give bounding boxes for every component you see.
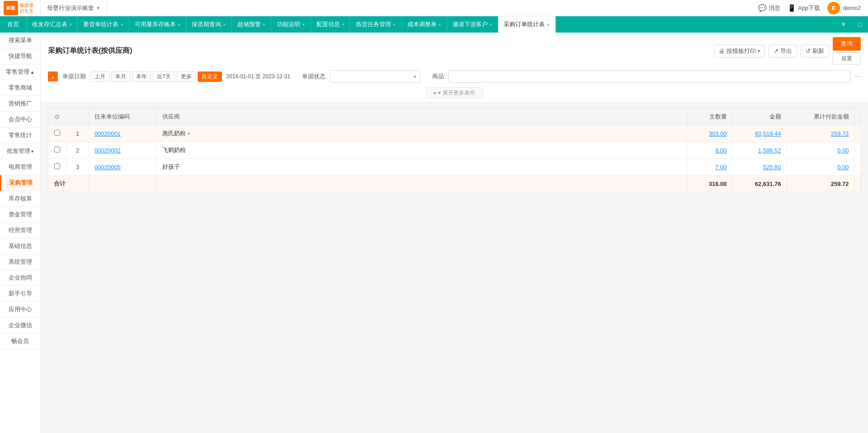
col-header-unit-code: 往来单位编码 <box>89 109 157 125</box>
tab-gongnengshuo[interactable]: 功能说明 × <box>271 16 311 33</box>
cell-unit-code-1[interactable]: 00020001 <box>89 125 157 143</box>
tab-chaochuyujing[interactable]: 超储预警 × <box>232 16 271 33</box>
cell-unit-code-3[interactable]: 00020005 <box>89 159 157 176</box>
expand-icon: ▾ <box>434 90 436 96</box>
sidebar-item-appcenter[interactable]: 应用中心 <box>0 302 40 318</box>
product-input[interactable] <box>448 70 850 83</box>
workspace-selector[interactable]: 母婴行业演示账套 ▾ <box>41 0 107 16</box>
sidebar-item-search[interactable]: 搜索菜单 <box>0 33 40 48</box>
sidebar-item-ecommerce[interactable]: 电商管理 <box>0 159 40 175</box>
settings-btn[interactable]: 设置 <box>833 52 861 65</box>
query-btn[interactable]: 查询 <box>833 37 861 51</box>
sidebar-item-member[interactable]: 会员中心 <box>0 112 40 128</box>
tab-close-baozhi[interactable]: × <box>223 22 226 27</box>
tab-keyongliangkucun[interactable]: 可用量库存账本 × <box>129 16 186 33</box>
sidebar-item-wechat[interactable]: 企业微信 <box>0 318 40 333</box>
date-btn-last-month[interactable]: 上月 <box>90 71 109 82</box>
footer-label: 合计 <box>48 176 89 192</box>
cell-qty-2[interactable]: 6.00 <box>687 142 732 159</box>
sidebar-item-newguide[interactable]: 新手引导 <box>0 286 40 302</box>
cell-amount-1[interactable]: 60,519.44 <box>732 125 787 143</box>
cell-checkbox-3[interactable] <box>48 159 66 176</box>
status-select[interactable]: ▾ <box>330 70 420 83</box>
table-row: 1 00020001 惠氏奶粉 ▾ 303.00 60,519.44 259.7… <box>48 125 861 143</box>
tab-yaohuodanjishu[interactable]: 要货单统计表 × <box>78 16 129 33</box>
date-btn-this-year[interactable]: 本年 <box>132 71 151 82</box>
footer-extra <box>854 176 860 192</box>
tab-close-shoufahuizong[interactable]: × <box>69 22 72 27</box>
date-btn-more[interactable]: 更多 <box>177 71 196 82</box>
tab-caigoudan[interactable]: 采购订单统计表 × <box>498 16 555 33</box>
tab-close-tuohuo[interactable]: × <box>393 22 396 27</box>
tab-chengben[interactable]: 成本调整单 × <box>402 16 447 33</box>
cell-paid-2[interactable]: 0.00 <box>787 142 854 159</box>
supplier-dropdown-icon-1[interactable]: ▾ <box>188 131 190 137</box>
tab-window-expand-btn[interactable]: □ <box>852 16 868 33</box>
app-download-btn[interactable]: 📱 App下载 <box>788 4 820 12</box>
cell-unit-code-2[interactable]: 00020002 <box>89 142 157 159</box>
tab-tuohuo[interactable]: 拣货任务管理 × <box>350 16 401 33</box>
tab-baozhi[interactable]: 保质期查询 × <box>186 16 231 33</box>
cell-checkbox-1[interactable] <box>48 125 66 143</box>
sidebar-item-basic[interactable]: 基础信息 <box>0 238 40 254</box>
logo-icon: 标版 <box>4 1 18 15</box>
product-more-icon[interactable]: ··· <box>855 72 861 81</box>
tab-close-yaoqing[interactable]: × <box>490 22 492 27</box>
cell-extra-3 <box>854 159 860 176</box>
sidebar-item-purchase[interactable]: 采购管理 <box>0 175 40 191</box>
sidebar-item-wholesale[interactable]: 批发管理 ▾ <box>0 143 40 159</box>
message-btn[interactable]: 💬 消息 <box>758 4 780 12</box>
col-header-amount: 金额 <box>732 109 787 125</box>
user-area[interactable]: E demo2 <box>827 2 861 14</box>
sidebar-item-finance[interactable]: 资金管理 <box>0 207 40 223</box>
table-row: 2 00020002 飞鹤奶粉 6.00 1,586.52 0.00 <box>48 142 861 159</box>
date-btn-7days[interactable]: 近7天 <box>153 71 175 82</box>
sidebar-item-enterprise[interactable]: 企业协同 <box>0 270 40 286</box>
tab-close-caigoudan[interactable]: × <box>547 22 549 27</box>
sidebar-item-inventory[interactable]: 库存核算 <box>0 191 40 207</box>
cell-paid-1[interactable]: 259.72 <box>787 125 854 143</box>
sidebar-item-marketing[interactable]: 营销推广 <box>0 96 40 112</box>
tab-close-keyongliangkucun[interactable]: × <box>178 22 180 27</box>
export-btn[interactable]: ↗ 导出 <box>769 45 797 57</box>
date-btn-this-month[interactable]: 本月 <box>111 71 130 82</box>
tab-home[interactable]: 首页 <box>0 16 27 33</box>
tab-shoufahuizong[interactable]: 收发存汇总表 × <box>27 16 78 33</box>
cell-paid-3[interactable]: 0.00 <box>787 159 854 176</box>
sidebar-item-system[interactable]: 系统管理 <box>0 254 40 270</box>
tab-peizhi[interactable]: 配置信息 × <box>311 16 350 33</box>
sidebar-item-vip[interactable]: 畅会员 <box>0 333 40 349</box>
tab-close-peizhi[interactable]: × <box>342 22 344 27</box>
cell-amount-2[interactable]: 1,586.52 <box>732 142 787 159</box>
footer-amount: 62,631.76 <box>732 176 787 192</box>
date-btn-custom[interactable]: 自定义 <box>198 71 222 82</box>
col-header-checkbox[interactable]: ⚙ <box>48 109 66 125</box>
tab-close-chengben[interactable]: × <box>439 22 441 27</box>
logo-text: 畅捷通好生意 <box>20 2 37 14</box>
cell-amount-3[interactable]: 525.80 <box>732 159 787 176</box>
expand-more-btn[interactable]: ▾ ▾ 展开更多条件 <box>426 87 482 99</box>
tab-close-gongnengshuo[interactable]: × <box>302 22 305 27</box>
cell-checkbox-2[interactable] <box>48 142 66 159</box>
sidebar-item-ops[interactable]: 经营管理 <box>0 223 40 238</box>
sidebar-item-retail-shop[interactable]: 零售商城 <box>0 80 40 96</box>
filter-toggle-btn[interactable]: › <box>48 71 58 81</box>
cell-qty-3[interactable]: 7.00 <box>687 159 732 176</box>
date-label: 单据日期 <box>62 72 86 81</box>
row-checkbox-2[interactable] <box>54 147 60 152</box>
sidebar-item-retail-stats[interactable]: 零售统计 <box>0 128 40 143</box>
sidebar-item-quicknav[interactable]: 快捷导航 <box>0 48 40 64</box>
refresh-btn[interactable]: ↺ 刷新 <box>801 45 829 57</box>
tab-window-close-btn[interactable]: × <box>835 16 852 33</box>
tab-yaoqing[interactable]: 邀请下游客户 × <box>447 16 498 33</box>
cell-no-3: 3 <box>66 159 89 176</box>
sidebar-item-retail[interactable]: 零售管理 ▲ <box>0 64 40 80</box>
cell-qty-1[interactable]: 303.00 <box>687 125 732 143</box>
print-btn[interactable]: 🖨 按模板打印 ▾ <box>714 45 765 57</box>
row-checkbox-1[interactable] <box>54 130 60 136</box>
tab-close-chaochuyujing[interactable]: × <box>263 22 265 27</box>
row-checkbox-3[interactable] <box>54 163 60 169</box>
export-icon: ↗ <box>774 48 778 54</box>
tab-close-yaohuodanjishu[interactable]: × <box>120 22 123 27</box>
product-label: 商品 <box>432 72 444 81</box>
